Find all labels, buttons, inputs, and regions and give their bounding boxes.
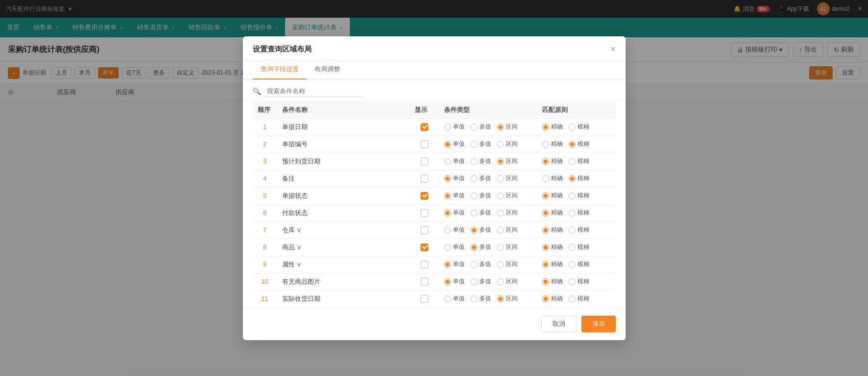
dialog-tab-layout[interactable]: 布局调整 — [307, 60, 348, 80]
search-input[interactable] — [265, 85, 363, 97]
dialog: 设置查询区域布局 × 查询字段设置 布局调整 🔍 顺序 条件名称 — [243, 36, 626, 102]
dialog-tab-fields[interactable]: 查询字段设置 — [253, 60, 307, 80]
dialog-tabs: 查询字段设置 布局调整 — [243, 60, 626, 80]
dialog-close-btn[interactable]: × — [610, 44, 616, 60]
modal-overlay: 设置查询区域布局 × 查询字段设置 布局调整 🔍 顺序 条件名称 — [0, 0, 868, 101]
dialog-header: 设置查询区域布局 × — [243, 36, 626, 61]
dialog-title: 设置查询区域布局 — [253, 45, 312, 60]
search-icon: 🔍 — [253, 87, 261, 95]
dialog-search: 🔍 — [243, 80, 626, 102]
